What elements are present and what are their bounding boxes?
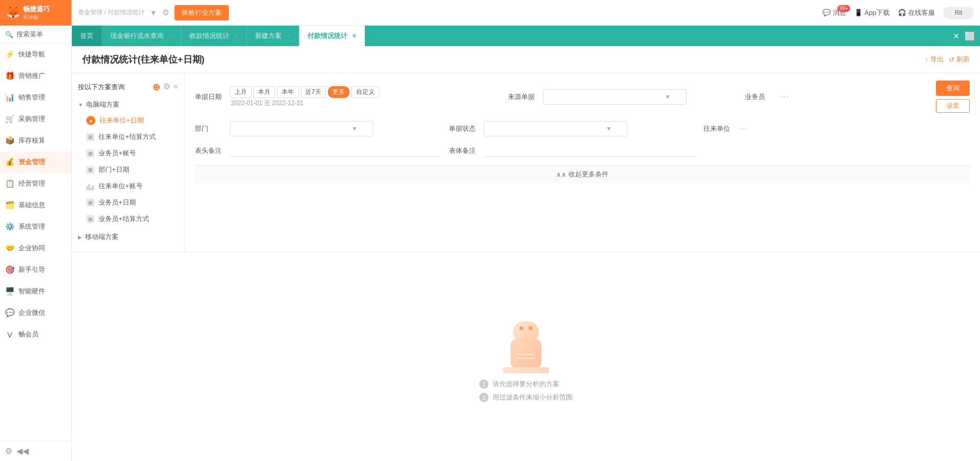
filter-source-select[interactable]: ▼ bbox=[543, 89, 687, 105]
trial-btn[interactable]: 体验行业方案 bbox=[174, 5, 229, 21]
collapse-more-btn[interactable]: ∧∧ 收起更多条件 bbox=[195, 165, 970, 183]
filter-settings-btn[interactable]: 设置 bbox=[936, 99, 970, 113]
filter-salesman-dots[interactable]: ··· bbox=[780, 92, 790, 102]
scheme-item-partner-account[interactable]: 往来单位+账号 bbox=[72, 178, 184, 194]
sidebar-item-company[interactable]: 🤝 企业协同 bbox=[0, 237, 71, 259]
date-btn-this-month[interactable]: 本月 bbox=[253, 86, 275, 98]
tab-new-scheme[interactable]: 新建方案 × bbox=[247, 26, 299, 46]
tab-receipt-close-icon[interactable]: × bbox=[234, 32, 238, 39]
export-btn[interactable]: ↑ 导出 bbox=[925, 55, 944, 64]
scheme-section-pc-header[interactable]: ▼ 电脑端方案 bbox=[72, 97, 184, 112]
sidebar-item-inventory[interactable]: 📦 库存核算 bbox=[0, 130, 71, 151]
sidebar-item-operation[interactable]: 📋 经营管理 bbox=[0, 173, 71, 194]
scheme-section-mobile-header[interactable]: ▶ 移动端方案 bbox=[72, 229, 184, 245]
tab-new-scheme-close-icon[interactable]: × bbox=[287, 32, 290, 39]
sidebar-item-purchase[interactable]: 🛒 采购管理 bbox=[0, 108, 71, 130]
topbar-app-download[interactable]: 📱 App下载 bbox=[854, 8, 890, 17]
topbar-gear-icon[interactable]: ⚙ bbox=[162, 8, 169, 17]
filter-date-field: 单据日期 上月 本月 本年 近7天 更多 自定义 2022-01-01 至 20… bbox=[195, 86, 500, 108]
date-btn-this-year[interactable]: 本年 bbox=[277, 86, 299, 98]
scheme-sq-icon: ▦ bbox=[86, 149, 94, 157]
scheme-active-dot: ● bbox=[86, 116, 95, 125]
tab-receipt[interactable]: 收款情况统计 × bbox=[181, 26, 247, 46]
content: 付款情况统计(往来单位+日期) ↑ 导出 ↺ 刷新 按以下方案查询 ⊕ bbox=[72, 46, 980, 461]
filter-docstatus-select[interactable]: ▼ bbox=[484, 121, 628, 136]
filter-date-label: 单据日期 bbox=[195, 92, 226, 102]
scheme-sq-icon: ▦ bbox=[86, 215, 94, 223]
sidebar-item-member[interactable]: V 畅会员 bbox=[0, 324, 71, 345]
system-icon: ⚙️ bbox=[5, 222, 14, 231]
topbar: 资金管理 / 付款情况统计 ▼ ⚙ 体验行业方案 💬 消息 99+ 📱 App下… bbox=[72, 0, 980, 26]
filter-dept-select[interactable]: ▼ bbox=[230, 121, 374, 136]
filter-body-note-field: 表体备注 bbox=[449, 145, 695, 157]
topbar-chevron-icon[interactable]: ▼ bbox=[150, 9, 157, 17]
guide-icon: 🎯 bbox=[5, 265, 14, 274]
tab-bank-close-icon[interactable]: × bbox=[169, 32, 172, 39]
empty-illustration bbox=[495, 312, 557, 373]
tab-payment-close-icon[interactable]: × bbox=[352, 32, 356, 39]
scheme-sq-icon: ▦ bbox=[86, 133, 94, 141]
filter-source-label: 来源单据 bbox=[508, 92, 539, 102]
scheme-item-partner-date[interactable]: ● 往来单位+日期 bbox=[72, 112, 184, 129]
date-btn-7days[interactable]: 近7天 bbox=[301, 86, 326, 98]
refresh-btn[interactable]: ↺ 刷新 bbox=[949, 55, 970, 64]
sidebar-item-capital[interactable]: 💰 资金管理 bbox=[0, 151, 71, 173]
filter-body-note-input[interactable] bbox=[484, 145, 695, 157]
sidebar-item-label: 库存核算 bbox=[18, 136, 45, 145]
filter-partner-dots[interactable]: ··· bbox=[738, 124, 748, 133]
hint-2-text: 用过滤条件来缩小分析范围 bbox=[493, 393, 573, 402]
sidebar-item-wechat[interactable]: 💬 企业微信 bbox=[0, 302, 71, 324]
scheme-item-label: 业务员+结算方式 bbox=[99, 214, 149, 224]
tab-home[interactable]: 首页 bbox=[72, 26, 102, 46]
date-btn-more[interactable]: 更多 bbox=[328, 86, 349, 98]
tab-payment[interactable]: 付款情况统计 × bbox=[299, 26, 365, 46]
sidebar-search-label: 搜索菜单 bbox=[16, 30, 43, 39]
tab-bank[interactable]: 现金银行流水查询 × bbox=[102, 26, 181, 46]
main-area: 资金管理 / 付款情况统计 ▼ ⚙ 体验行业方案 💬 消息 99+ 📱 App下… bbox=[72, 0, 980, 461]
scheme-item-salesman-account[interactable]: ▦ 业务员+账号 bbox=[72, 145, 184, 162]
settings-footer-icon[interactable]: ⚙ bbox=[5, 446, 12, 456]
sidebar-item-basic[interactable]: 🗂️ 基础信息 bbox=[0, 194, 71, 216]
sidebar-item-sales[interactable]: 📊 销售管理 bbox=[0, 87, 71, 108]
sidebar-item-hardware[interactable]: 🖥️ 智能硬件 bbox=[0, 280, 71, 302]
filter-header-note-label: 表头备注 bbox=[195, 146, 226, 155]
sidebar-item-marketing[interactable]: 🎁 营销推广 bbox=[0, 65, 71, 87]
tabbar-expand-icon[interactable]: ⬜ bbox=[965, 31, 975, 41]
sidebar-nav: ⚡ 快捷导航 🎁 营销推广 📊 销售管理 🛒 采购管理 📦 库存核算 💰 资金管… bbox=[0, 44, 71, 440]
collapse-sidebar-icon[interactable]: ◀◀ bbox=[16, 446, 29, 456]
filter-panel: 按以下方案查询 ⊕ ⚙ « ▼ 电脑端方案 ● 往来单位+日期 bbox=[72, 73, 980, 252]
add-scheme-icon[interactable]: ⊕ bbox=[152, 82, 160, 93]
topbar-message[interactable]: 💬 消息 99+ bbox=[822, 8, 846, 17]
date-btn-last-month[interactable]: 上月 bbox=[230, 86, 251, 98]
filter-header-note-input[interactable] bbox=[230, 145, 441, 157]
sidebar-item-quick-nav[interactable]: ⚡ 快捷导航 bbox=[0, 44, 71, 65]
scheme-sq-icon: ▦ bbox=[86, 198, 94, 207]
user-avatar[interactable]: Rit bbox=[943, 7, 974, 19]
scheme-item-dept-date[interactable]: ▦ 部门+日期 bbox=[72, 162, 184, 178]
sidebar-item-guide[interactable]: 🎯 新手引导 bbox=[0, 259, 71, 280]
sidebar-search[interactable]: 🔍 搜索菜单 bbox=[0, 26, 71, 44]
tabbar-close-icon[interactable]: ✕ bbox=[953, 31, 959, 41]
filter-source-field: 来源单据 ▼ bbox=[508, 89, 737, 105]
date-btn-custom[interactable]: 自定义 bbox=[351, 86, 379, 98]
scheme-bar-icon bbox=[86, 182, 94, 190]
scheme-panel: 按以下方案查询 ⊕ ⚙ « ▼ 电脑端方案 ● 往来单位+日期 bbox=[72, 73, 185, 252]
scheme-item-salesman-settlement[interactable]: ▦ 业务员+结算方式 bbox=[72, 211, 184, 227]
collapse-more-icon: ∧∧ bbox=[556, 171, 566, 178]
filter-partner-field: 往来单位 ··· bbox=[703, 124, 900, 133]
app-icon: 📱 bbox=[854, 9, 863, 16]
filter-header-note-field: 表头备注 bbox=[195, 145, 441, 157]
pc-section-arrow-icon: ▼ bbox=[78, 102, 83, 108]
query-btn[interactable]: 查询 bbox=[936, 81, 970, 96]
scheme-item-label: 业务员+账号 bbox=[99, 149, 136, 158]
collapse-scheme-icon[interactable]: « bbox=[173, 82, 178, 93]
scheme-item-partner-settlement[interactable]: ▦ 往来单位+结算方式 bbox=[72, 129, 184, 145]
sidebar-item-label: 智能硬件 bbox=[18, 287, 45, 296]
topbar-online-service[interactable]: 🎧 在线客服 bbox=[898, 8, 935, 17]
scheme-item-salesman-date[interactable]: ▦ 业务员+日期 bbox=[72, 194, 184, 211]
settings-scheme-icon[interactable]: ⚙ bbox=[163, 82, 170, 93]
pc-section-label: 电脑端方案 bbox=[86, 100, 120, 109]
filter-row-1: 单据日期 上月 本月 本年 近7天 更多 自定义 2022-01-01 至 20… bbox=[195, 81, 970, 113]
sidebar-item-system[interactable]: ⚙️ 系统管理 bbox=[0, 216, 71, 237]
page-header: 付款情况统计(往来单位+日期) ↑ 导出 ↺ 刷新 bbox=[72, 46, 980, 73]
